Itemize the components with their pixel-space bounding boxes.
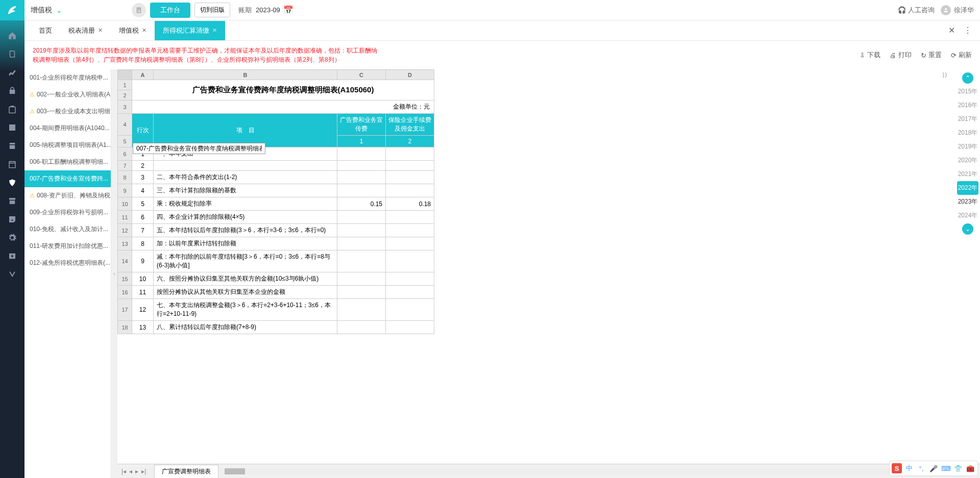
row-header[interactable]: 11	[118, 211, 132, 224]
calendar-icon[interactable]: 📅	[283, 5, 293, 15]
nav-video-icon[interactable]	[0, 247, 24, 265]
value-cell[interactable]	[386, 272, 434, 286]
seq-cell[interactable]: 8	[132, 237, 154, 250]
value-cell[interactable]	[386, 147, 434, 161]
nav-tax-icon[interactable]	[0, 137, 24, 155]
year-button[interactable]: 2019年	[957, 140, 978, 154]
row-header[interactable]: 18	[118, 321, 132, 334]
item-cell[interactable]: 七、本年支出纳税调整金额(3＞6，本行=2+3-6+10-11；3≤6，本行=2…	[154, 299, 337, 321]
seq-cell[interactable]: 4	[132, 184, 154, 197]
row-header[interactable]: 1	[118, 80, 132, 90]
grid-corner[interactable]	[118, 70, 132, 80]
seq-cell[interactable]: 10	[132, 272, 154, 286]
tab-close-icon[interactable]: ✕	[212, 27, 217, 34]
item-cell[interactable]: 八、累计结转以后年度扣除额(7+8-9)	[154, 321, 337, 334]
sheet-nav-prev[interactable]: ◂	[129, 468, 132, 475]
item-cell[interactable]	[154, 161, 337, 171]
sheet-tab[interactable]: 广宣费调整明细表	[154, 465, 218, 478]
col-header[interactable]: A	[132, 70, 154, 80]
value-cell[interactable]	[337, 321, 386, 334]
seq-cell[interactable]: 11	[132, 286, 154, 299]
row-header[interactable]: 15	[118, 272, 132, 286]
value-cell[interactable]	[337, 224, 386, 237]
row-header[interactable]: 4	[118, 114, 132, 136]
sheet-nav-next[interactable]: ▸	[135, 468, 138, 475]
nav-inbox-icon[interactable]	[0, 210, 24, 229]
ime-skin-icon[interactable]: 👕	[953, 463, 963, 473]
item-cell[interactable]: 乘：税收规定扣除率	[154, 197, 337, 211]
form-list-item[interactable]: 009-企业所得税弥补亏损明...	[24, 204, 111, 221]
print-button[interactable]: 🖨打印	[890, 51, 912, 60]
value-cell[interactable]	[386, 171, 434, 184]
value-cell[interactable]	[337, 161, 386, 171]
col-header[interactable]: B	[154, 70, 337, 80]
ime-tool-icon[interactable]: 🧰	[965, 463, 975, 473]
form-list-item[interactable]: ⚠002-一般企业收入明细表(A...	[24, 86, 111, 103]
year-scroll-up[interactable]: ⌃	[962, 72, 973, 84]
tab-item[interactable]: 增值税✕	[111, 21, 155, 40]
form-list-item[interactable]: 004-期间费用明细表(A1040...	[24, 120, 111, 137]
ime-badge[interactable]: S	[892, 463, 902, 473]
period-value[interactable]: 2023-09	[256, 6, 280, 14]
value-cell[interactable]	[337, 299, 386, 321]
value-cell[interactable]	[386, 224, 434, 237]
item-cell[interactable]: 加：以前年度累计结转扣除额	[154, 237, 337, 250]
value-cell[interactable]	[337, 286, 386, 299]
row-header[interactable]: 14	[118, 250, 132, 272]
scrollbar-thumb[interactable]	[225, 468, 245, 474]
item-cell[interactable]: 按照分摊协议从其他关联方归集至本企业的金额	[154, 286, 337, 299]
ime-punct-icon[interactable]: °,	[916, 463, 926, 473]
row-header[interactable]: 2	[118, 90, 132, 100]
spreadsheet-grid[interactable]: A B C D 1广告费和业务宣传费跨年度纳税调整明细表(A105060) 2 …	[117, 69, 434, 334]
value-cell[interactable]	[337, 237, 386, 250]
value-cell[interactable]	[337, 250, 386, 272]
seq-cell[interactable]: 5	[132, 197, 154, 211]
item-cell[interactable]: 三、本年计算扣除限额的基数	[154, 184, 337, 197]
refresh-button[interactable]: ⟳刷新	[951, 51, 972, 60]
tab-close-icon[interactable]: ✕	[142, 27, 146, 34]
row-header[interactable]: 10	[118, 197, 132, 211]
year-button[interactable]: 2021年	[957, 167, 978, 181]
tab-item[interactable]: 首页	[31, 21, 60, 40]
form-list-item[interactable]: ⚠008-资产折旧、摊销及纳税...	[24, 187, 111, 204]
doc-switch-button[interactable]	[132, 3, 146, 17]
form-list-item[interactable]: 005-纳税调整项目明细表(A1...	[24, 137, 111, 154]
item-cell[interactable]: 减：本年扣除的以前年度结转额[3＞6，本行=0；3≤6，本行=8与(6-3)孰小…	[154, 250, 337, 272]
nav-calendar-icon[interactable]	[0, 155, 24, 173]
form-list-item[interactable]: 012-减免所得税优惠明细表(...	[24, 255, 111, 271]
value-cell[interactable]	[337, 184, 386, 197]
col-header[interactable]: D	[386, 70, 434, 80]
item-cell[interactable]: 六、按照分摊协议归集至其他关联方的金额(10≤3与6孰小值)	[154, 272, 337, 286]
year-button[interactable]: 2020年	[957, 154, 978, 167]
tab-menu-button[interactable]: ⋮	[962, 24, 974, 37]
form-list-item[interactable]: ⚠003-一般企业成本支出明细...	[24, 103, 111, 120]
collapse-handle[interactable]: ‹	[111, 69, 117, 478]
consult-link[interactable]: 🎧 人工咨询	[898, 6, 935, 15]
row-header[interactable]: 13	[118, 237, 132, 250]
seq-cell[interactable]: 7	[132, 224, 154, 237]
nav-v-icon[interactable]	[0, 265, 24, 284]
value-cell[interactable]	[337, 211, 386, 224]
value-cell[interactable]: 0.15	[337, 197, 386, 211]
ime-mic-icon[interactable]: 🎤	[928, 463, 939, 473]
item-cell[interactable]: 二、本年符合条件的支出(1-2)	[154, 171, 337, 184]
nav-report-icon[interactable]	[0, 118, 24, 137]
form-list-item[interactable]: 011-研发费用加计扣除优惠...	[24, 238, 111, 255]
row-header[interactable]: 5	[118, 136, 132, 147]
nav-clipboard-icon[interactable]	[0, 100, 24, 118]
ime-lang[interactable]: 中	[904, 463, 914, 473]
nav-settings-icon[interactable]	[0, 229, 24, 247]
reset-button[interactable]: ↻重置	[921, 51, 942, 60]
value-cell[interactable]	[386, 286, 434, 299]
value-cell[interactable]	[386, 161, 434, 171]
year-button[interactable]: 2022年	[957, 181, 978, 195]
form-list-item[interactable]: 007-广告费和业务宣传费跨...	[24, 170, 111, 187]
value-cell[interactable]	[386, 184, 434, 197]
user-menu[interactable]: 徐泽华	[941, 5, 974, 15]
switch-old-button[interactable]: 切到旧版	[194, 3, 230, 17]
row-header[interactable]: 9	[118, 184, 132, 197]
form-list-item[interactable]: 010-免税、减计收入及加计...	[24, 221, 111, 238]
row-header[interactable]: 8	[118, 171, 132, 184]
tab-item[interactable]: 税表清册✕	[60, 21, 111, 40]
horizontal-scrollbar[interactable]	[225, 468, 974, 474]
